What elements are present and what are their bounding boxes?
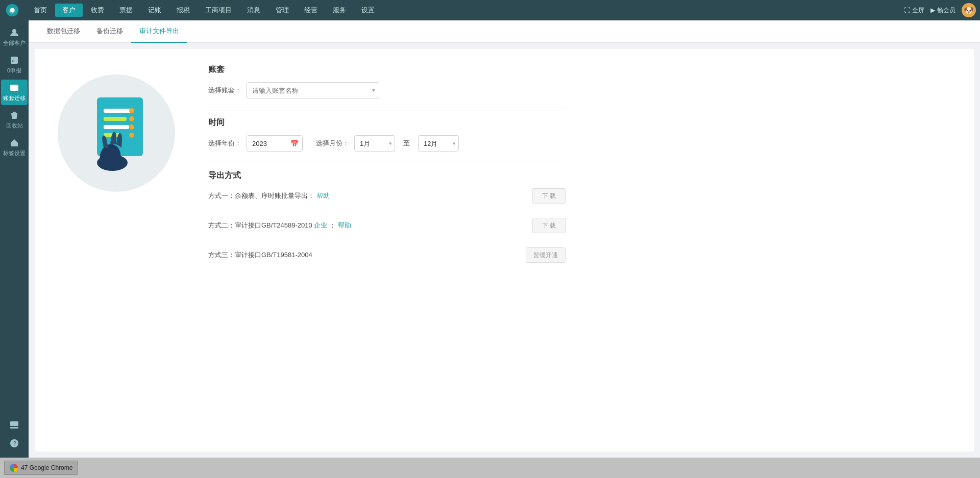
avatar[interactable]: 🐶 [962,3,976,17]
export-method-2: 方式二：审计接口GB/T24589-2010 企业 ： 帮助 下 载 [208,218,566,233]
nav-service[interactable]: 服务 [326,4,353,17]
account-section-title: 账套 [208,64,566,75]
export-method-3: 方式三：审计接口GB/T19581-2004 暂缓开通 [208,247,566,263]
sidebar-item-help[interactable]: ? [1,435,28,451]
nav-home[interactable]: 首页 [27,4,54,17]
svg-point-6 [13,143,15,145]
top-nav: 首页 客户 收费 票据 记账 报税 工商项目 消息 管理 经营 服务 设置 ⛶ … [0,0,980,20]
export-method-2-label: 方式二：审计接口GB/T24589-2010 企业 ： 帮助 [208,221,532,230]
month-end-wrapper: 1月2月3月4月 5月6月7月8月 9月10月11月 12月 ▾ [418,135,459,152]
member-icon: ▶ [930,7,935,14]
app-logo [4,2,20,18]
nav-billing[interactable]: 收费 [84,4,111,17]
nav-manage[interactable]: 管理 [268,4,296,17]
svg-text:?: ? [13,441,16,446]
year-input-wrapper: 📅 [247,135,303,152]
sidebar-item-recycle[interactable]: 回收站 [1,107,28,133]
time-section-title: 时间 [208,117,566,128]
account-select-label: 选择账套： [208,86,241,95]
svg-rect-8 [10,421,18,426]
svg-point-19 [129,133,134,138]
tab-data-migration[interactable]: 数据包迁移 [39,20,88,43]
divider-1 [208,108,566,108]
month-label: 选择月份： [316,139,349,148]
nav-items: 首页 客户 收费 票据 记账 报税 工商项目 消息 管理 经营 服务 设置 [27,4,904,17]
nav-bizproject[interactable]: 工商项目 [198,4,239,17]
export-method-3-label: 方式三：审计接口GB/T19581-2004 [208,250,526,260]
top-nav-right: ⛶ 全屏 ▶ 畅会员 🐶 [904,3,976,17]
export-method-3-coming-soon-btn[interactable]: 暂缓开通 [526,247,566,263]
month-end-select[interactable]: 1月2月3月4月 5月6月7月8月 9月10月11月 12月 [418,135,459,152]
svg-point-1 [10,8,15,13]
year-input[interactable] [247,135,303,152]
divider-2 [208,161,566,161]
nav-tax[interactable]: 报税 [169,4,197,17]
svg-point-16 [129,108,134,113]
svg-point-2 [12,29,16,33]
sidebar-item-all-customers[interactable]: 全部客户 [1,24,28,50]
year-label: 选择年份： [208,139,241,148]
taskbar-chrome[interactable]: 47 Google Chrome [4,461,78,475]
export-section-title: 导出方式 [208,170,566,181]
tab-audit-export[interactable]: 审计文件导出 [131,20,187,43]
tab-bar: 数据包迁移 备份迁移 审计文件导出 [29,20,980,43]
page-content: 账套 选择账套： ▾ 时间 选择年份： [35,49,974,451]
nav-bookkeeping[interactable]: 记账 [141,4,168,17]
export-method-1-help[interactable]: 帮助 [316,192,330,199]
account-select-row: 选择账套： ▾ [208,82,566,98]
sidebar-item-account-migration[interactable]: 账套迁移 [1,80,28,105]
time-separator: 至 [400,139,413,148]
fullscreen-icon: ⛶ [904,7,910,14]
form-panel: 账套 选择账套： ▾ 时间 选择年份： [208,64,566,277]
sidebar-item-feedback[interactable] [1,417,28,433]
sidebar-item-label-settings[interactable]: 标签设置 [1,135,28,160]
nav-invoice[interactable]: 票据 [112,4,140,17]
fullscreen-button[interactable]: ⛶ 全屏 [904,6,924,15]
nav-settings[interactable]: 设置 [354,4,382,17]
svg-text:0: 0 [12,59,14,63]
content-area: 数据包迁移 备份迁移 审计文件导出 [29,20,980,458]
month-start-select[interactable]: 1月2月3月4月 5月6月7月8月 9月10月11月12月 [354,135,395,152]
export-method-2-company[interactable]: 企业 [314,221,327,229]
svg-rect-14 [104,125,129,129]
svg-rect-7 [10,427,18,429]
nav-customers[interactable]: 客户 [55,4,83,17]
svg-point-18 [129,124,134,130]
svg-point-17 [129,116,134,121]
month-start-wrapper: 1月2月3月4月 5月6月7月8月 9月10月11月12月 ▾ [354,135,395,152]
nav-message[interactable]: 消息 [240,4,267,17]
nav-operation[interactable]: 经营 [297,4,325,17]
sidebar-item-zero-declaration[interactable]: 0 0申报 [1,52,28,78]
export-method-2-help[interactable]: 帮助 [338,221,351,229]
account-select-input[interactable] [247,82,379,98]
account-select-wrapper: ▾ [247,82,379,98]
illustration [55,64,178,202]
export-method-1-label: 方式一：余额表、序时账批量导出： 帮助 [208,191,532,200]
export-method-2-download-btn[interactable]: 下 载 [532,218,566,233]
sidebar: 全部客户 0 0申报 账套迁移 回收站 标签设置 ? [0,20,29,458]
chrome-icon [10,464,18,472]
export-method-1: 方式一：余额表、序时账批量导出： 帮助 下 载 [208,188,566,204]
main-layout: 全部客户 0 0申报 账套迁移 回收站 标签设置 ? [0,20,980,458]
svg-rect-13 [104,117,127,121]
sidebar-bottom: ? [1,417,28,458]
svg-rect-12 [104,109,132,113]
page-inner: 账套 选择账套： ▾ 时间 选择年份： [55,64,953,277]
illustration-circle [58,74,175,192]
time-row: 选择年份： 📅 选择月份： 1月2月3月4月 5月6月7月8月 9月10月11月… [208,135,566,152]
tab-backup-migration[interactable]: 备份迁移 [88,20,131,43]
export-method-1-download-btn[interactable]: 下 载 [532,188,566,204]
member-button[interactable]: ▶ 畅会员 [930,6,955,15]
taskbar: 47 Google Chrome [0,458,980,478]
